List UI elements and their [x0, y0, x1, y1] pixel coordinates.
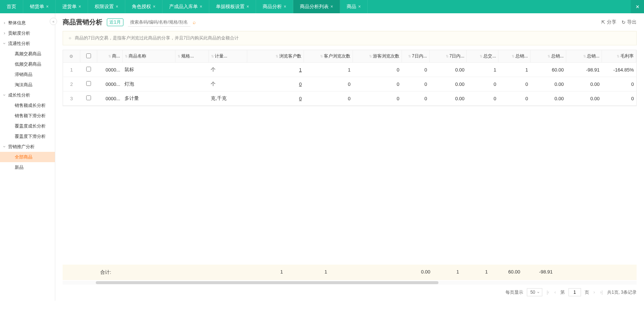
- row-checkbox[interactable]: [86, 81, 91, 86]
- sidebar-item-10[interactable]: 覆盖度成长分析: [0, 121, 55, 131]
- per-page-select[interactable]: 50: [527, 288, 542, 296]
- tab-close-icon[interactable]: ×: [358, 4, 361, 9]
- cell: 0: [247, 77, 304, 91]
- sidebar-item-1[interactable]: 贡献度分析: [0, 28, 55, 38]
- close-all-tabs-button[interactable]: ✕: [631, 0, 644, 13]
- sort-icon[interactable]: ⇅: [617, 55, 620, 58]
- tab-5[interactable]: 产成品入库单×: [162, 0, 209, 13]
- tab-close-icon[interactable]: ×: [153, 4, 155, 9]
- column-header-c1[interactable]: ⇅商...: [97, 50, 122, 63]
- column-header-c13[interactable]: ⇅总销...: [566, 50, 602, 63]
- search-icon[interactable]: ⌕: [193, 19, 196, 25]
- first-page-button[interactable]: |‹: [546, 290, 550, 295]
- sort-icon[interactable]: ⇅: [547, 55, 550, 58]
- sidebar-item-3[interactable]: 高频交易商品: [0, 49, 55, 59]
- page-prefix: 第: [560, 289, 565, 296]
- cell: 0.00: [429, 91, 467, 106]
- column-header-c7[interactable]: ⇅游客浏览次数: [353, 50, 402, 63]
- sidebar-item-8[interactable]: 销售额成长分析: [0, 100, 55, 111]
- sort-icon[interactable]: ⇅: [320, 55, 323, 58]
- sidebar-item-6[interactable]: 淘汰商品: [0, 80, 55, 90]
- column-header-c9[interactable]: ⇅7日内...: [429, 50, 467, 63]
- last-page-button[interactable]: ›|: [599, 290, 603, 295]
- sort-icon[interactable]: ⇅: [211, 55, 214, 58]
- cell: 0: [353, 77, 402, 91]
- browse-customers-link[interactable]: 1: [299, 67, 302, 73]
- column-header-c4[interactable]: ⇅计量...: [209, 50, 247, 63]
- column-header-c5[interactable]: ⇅浏览客户数: [247, 50, 304, 63]
- sort-icon[interactable]: ⇅: [108, 55, 111, 58]
- column-header-c11[interactable]: ⇅总销...: [498, 50, 530, 63]
- sidebar-item-13[interactable]: 全部商品: [0, 152, 55, 162]
- sidebar-item-5[interactable]: 滞销商品: [0, 69, 55, 80]
- column-header-c12[interactable]: ⇅总销...: [530, 50, 566, 63]
- tab-1[interactable]: 销货单×: [23, 0, 56, 13]
- prev-page-button[interactable]: ‹: [554, 290, 557, 295]
- tab-0[interactable]: 首页: [0, 0, 23, 13]
- collapse-sidebar-button[interactable]: «: [50, 18, 57, 25]
- summary-cell: 1: [433, 269, 461, 276]
- tab-9[interactable]: 商品×: [340, 0, 368, 13]
- column-header-check[interactable]: [80, 50, 97, 63]
- page-number-input[interactable]: [568, 288, 581, 296]
- horizontal-scrollbar[interactable]: [63, 281, 637, 285]
- column-header-c3[interactable]: ⇅规格...: [175, 50, 209, 63]
- sidebar-item-7[interactable]: 成长性分析: [0, 90, 55, 100]
- cell: 3: [63, 91, 80, 106]
- tab-7[interactable]: 商品分析×: [256, 0, 293, 13]
- sort-icon[interactable]: ⇅: [512, 55, 515, 58]
- period-tag[interactable]: 近1月: [107, 18, 123, 26]
- search-input[interactable]: [128, 18, 190, 27]
- tab-close-icon[interactable]: ×: [200, 4, 202, 9]
- column-header-c14[interactable]: ⇅毛利率: [602, 50, 636, 63]
- tab-8[interactable]: 商品分析列表×: [293, 0, 340, 13]
- sidebar-item-12[interactable]: 营销推广分析: [0, 142, 55, 152]
- sidebar-item-14[interactable]: 新品: [0, 162, 55, 172]
- column-header-gear[interactable]: ⚙: [63, 50, 80, 63]
- sort-icon[interactable]: ⇅: [178, 55, 181, 58]
- sidebar-item-0[interactable]: 整体信息: [0, 18, 55, 28]
- column-header-c8[interactable]: ⇅7日内...: [402, 50, 429, 63]
- tab-3[interactable]: 权限设置×: [88, 0, 125, 13]
- tab-close-icon[interactable]: ×: [116, 4, 118, 9]
- next-page-button[interactable]: ›: [593, 290, 596, 295]
- tab-2[interactable]: 进货单×: [56, 0, 88, 13]
- tab-4[interactable]: 角色授权×: [125, 0, 162, 13]
- sort-icon[interactable]: ⇅: [408, 55, 411, 58]
- tab-close-icon[interactable]: ×: [246, 4, 249, 9]
- browse-customers-link[interactable]: 0: [299, 81, 302, 87]
- sort-icon[interactable]: ⇅: [369, 55, 372, 58]
- gear-icon[interactable]: ⚙: [69, 54, 73, 59]
- sidebar-item-2[interactable]: 流通性分析: [0, 38, 55, 49]
- column-header-c2[interactable]: ⇅商品名称: [122, 50, 175, 63]
- sidebar-item-4[interactable]: 低频交易商品: [0, 59, 55, 69]
- cell: 0: [247, 91, 304, 106]
- column-header-c6[interactable]: ⇅客户浏览次数: [304, 50, 353, 63]
- share-button[interactable]: ⇱分享: [601, 19, 616, 25]
- sort-icon[interactable]: ⇅: [276, 55, 279, 58]
- sort-icon[interactable]: ⇅: [583, 55, 586, 58]
- sort-icon[interactable]: ⇅: [125, 55, 128, 58]
- sort-icon[interactable]: ⇅: [446, 55, 449, 58]
- row-checkbox[interactable]: [86, 67, 91, 71]
- cell: [175, 77, 209, 91]
- row-checkbox[interactable]: [86, 95, 91, 100]
- export-button[interactable]: ↻导出: [622, 19, 637, 25]
- sort-icon[interactable]: ⇅: [480, 55, 483, 58]
- tab-close-icon[interactable]: ×: [46, 4, 49, 9]
- cell: 0: [304, 77, 353, 91]
- page-total-label: 共1页, 3条记录: [607, 289, 637, 296]
- tab-6[interactable]: 单据模板设置×: [209, 0, 256, 13]
- tab-close-icon[interactable]: ×: [78, 4, 81, 9]
- scrollbar-thumb[interactable]: [96, 281, 438, 284]
- tab-close-icon[interactable]: ×: [330, 4, 333, 9]
- browse-customers-link[interactable]: 0: [299, 96, 302, 101]
- cell: [80, 77, 97, 91]
- table-row: 10000...鼠标个11000.001160.00-98.91-164.85%: [63, 63, 636, 77]
- select-all-checkbox[interactable]: [86, 53, 91, 58]
- tab-close-icon[interactable]: ×: [284, 4, 286, 9]
- sidebar-item-9[interactable]: 销售额下滑分析: [0, 111, 55, 121]
- cell: 1: [63, 63, 80, 77]
- column-header-c10[interactable]: ⇅总交...: [467, 50, 498, 63]
- sidebar-item-11[interactable]: 覆盖度下滑分析: [0, 131, 55, 142]
